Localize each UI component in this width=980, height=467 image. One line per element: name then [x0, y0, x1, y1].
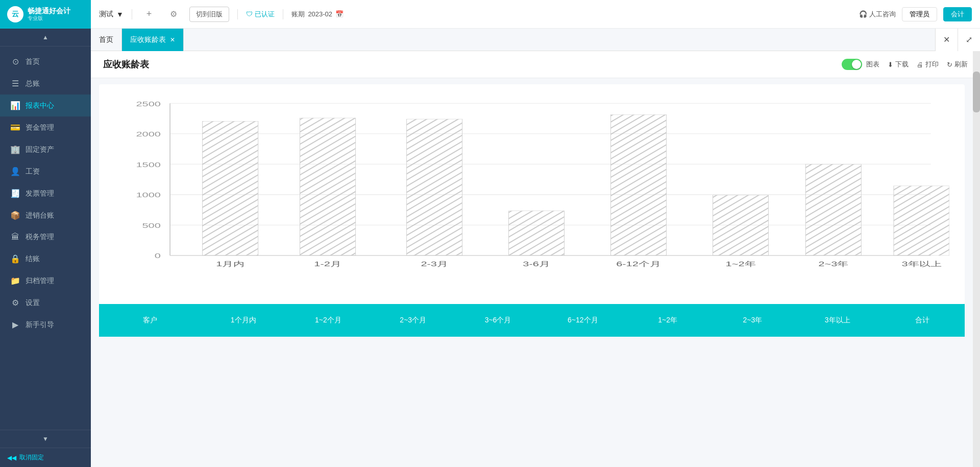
svg-rect-16: [611, 115, 667, 255]
col-3-6m: 3~6个月: [455, 316, 540, 325]
sidebar-item-reports[interactable]: 📊 报表中心: [0, 95, 91, 116]
tab-aging[interactable]: 应收账龄表 ✕: [122, 29, 184, 51]
toggle-switch[interactable]: [842, 59, 862, 70]
print-icon: 🖨: [917, 61, 923, 68]
bar-chart: 0 500 1000 1500 2000 2500: [114, 92, 949, 299]
sidebar-item-home-label: 首页: [26, 57, 40, 66]
sidebar-item-closing-label: 结账: [26, 254, 40, 264]
sidebar-item-home[interactable]: ⊙ 首页: [0, 51, 91, 73]
svg-rect-13: [300, 118, 356, 255]
download-btn[interactable]: ⬇ 下载: [888, 60, 909, 69]
svg-rect-19: [894, 186, 949, 255]
certified-badge: 🛡 已认证: [246, 10, 275, 19]
headset-icon: 🎧: [859, 10, 867, 18]
tab-home-label: 首页: [99, 35, 113, 44]
chart-toggle[interactable]: 图表: [842, 59, 879, 70]
refresh-btn[interactable]: ↻ 刷新: [947, 60, 968, 69]
home-icon: ⊙: [10, 57, 20, 66]
assets-icon: 🏢: [10, 145, 20, 154]
tab-close-btn[interactable]: ✕: [935, 29, 958, 51]
svg-text:6-12个月: 6-12个月: [616, 261, 661, 268]
payroll-icon: 👤: [10, 167, 20, 176]
download-label: 下载: [895, 60, 909, 69]
old-version-label: 切到旧版: [196, 10, 223, 19]
app-name: 畅捷通好会计: [28, 7, 70, 15]
main-area: 测试 ▼ + ⚙ 切到旧版 🛡 已认证 账期 2023-02 📅 🎧 人工咨询 …: [91, 0, 980, 467]
manager-btn[interactable]: 管理员: [902, 7, 937, 21]
sidebar-item-guide[interactable]: ▶ 新手引导: [0, 314, 91, 336]
svg-text:1-2月: 1-2月: [314, 261, 341, 268]
sidebar-item-funds-label: 资金管理: [26, 123, 54, 132]
tax-icon: 🏛: [10, 232, 20, 242]
app-name-block: 畅捷通好会计 专业版: [28, 7, 70, 22]
sidebar-item-payroll[interactable]: 👤 工资: [0, 160, 91, 182]
scrollbar-track[interactable]: [973, 51, 980, 467]
shield-icon: 🛡: [246, 10, 253, 18]
print-btn[interactable]: 🖨 打印: [917, 60, 939, 69]
tab-expand-btn[interactable]: ⤢: [958, 29, 980, 51]
bottom-spacer: [91, 337, 973, 347]
period-text: 账期: [291, 10, 305, 19]
topbar-divider-3: [283, 9, 283, 19]
app-logo-icon: 云: [7, 6, 23, 22]
tab-home[interactable]: 首页: [91, 29, 122, 51]
col-1m: 1个月内: [201, 316, 286, 325]
sidebar-item-assets[interactable]: 🏢 固定资产: [0, 138, 91, 160]
project-selector[interactable]: 测试 ▼: [99, 10, 124, 19]
sidebar-item-archive-label: 归档管理: [26, 276, 54, 286]
svg-text:3年以上: 3年以上: [901, 261, 941, 268]
topbar-right: 🎧 人工咨询 管理员 会计: [859, 7, 972, 21]
col-3y-plus: 3年以上: [795, 316, 880, 325]
sidebar-item-ledger[interactable]: ☰ 总账: [0, 73, 91, 95]
accountant-btn[interactable]: 会计: [943, 7, 972, 21]
sidebar-item-invoice-label: 发票管理: [26, 189, 54, 198]
settings-nav-icon: ⚙: [10, 298, 20, 308]
col-2-3m: 2~3个月: [371, 316, 455, 325]
service-btn[interactable]: 🎧 人工咨询: [859, 10, 896, 19]
manager-label: 管理员: [910, 10, 929, 18]
svg-text:1~2年: 1~2年: [726, 261, 756, 268]
svg-text:0: 0: [155, 252, 161, 260]
sidebar-logo: 云 畅捷通好会计 专业版: [0, 0, 91, 29]
dropdown-icon: ▼: [116, 10, 124, 18]
svg-rect-17: [713, 195, 768, 255]
sidebar-item-trade[interactable]: 📦 进销台账: [0, 204, 91, 226]
sidebar-item-settings[interactable]: ⚙ 设置: [0, 292, 91, 314]
sidebar-item-archive[interactable]: 📁 归档管理: [0, 270, 91, 292]
svg-text:1月内: 1月内: [216, 261, 244, 268]
svg-text:2~3年: 2~3年: [818, 261, 848, 268]
add-company-btn[interactable]: +: [140, 6, 158, 22]
cancel-fixed-btn[interactable]: ◀◀ 取消固定: [0, 448, 91, 467]
col-2-3y: 2~3年: [710, 316, 795, 325]
pin-icon: ◀◀: [7, 454, 16, 461]
chart-card: 0 500 1000 1500 2000 2500: [99, 84, 965, 304]
svg-text:2500: 2500: [136, 100, 161, 107]
sidebar-nav: ⊙ 首页 ☰ 总账 📊 报表中心 💳 资金管理 🏢 固定资产 👤 工资 🧾 发票…: [0, 46, 91, 430]
sidebar-item-funds[interactable]: 💳 资金管理: [0, 116, 91, 138]
closing-icon: 🔒: [10, 254, 20, 264]
project-name: 测试: [99, 10, 113, 19]
old-version-btn[interactable]: 切到旧版: [189, 7, 229, 22]
svg-rect-18: [805, 164, 861, 255]
ledger-icon: ☰: [10, 79, 20, 88]
tab-close-icon[interactable]: ✕: [170, 36, 175, 43]
period-value: 2023-02: [308, 10, 332, 18]
svg-rect-15: [509, 211, 565, 255]
sidebar-item-closing[interactable]: 🔒 结账: [0, 248, 91, 270]
sidebar-item-assets-label: 固定资产: [26, 145, 54, 154]
tabbar: 首页 应收账龄表 ✕ ✕ ⤢: [91, 29, 980, 51]
topbar-divider-2: [237, 9, 238, 19]
chart-toggle-label: 图表: [866, 60, 879, 69]
scroll-content[interactable]: 0 500 1000 1500 2000 2500: [91, 78, 980, 467]
sidebar-item-tax[interactable]: 🏛 税务管理: [0, 226, 91, 248]
sidebar-item-invoice[interactable]: 🧾 发票管理: [0, 182, 91, 204]
svg-text:1500: 1500: [136, 161, 161, 168]
print-label: 打印: [925, 60, 939, 69]
settings-btn[interactable]: ⚙: [164, 7, 183, 21]
scroll-down-btn[interactable]: ▼: [42, 432, 48, 446]
scroll-up-btn[interactable]: ▲: [42, 31, 48, 44]
period-selector[interactable]: 账期 2023-02 📅: [291, 10, 344, 19]
scrollbar-thumb[interactable]: [973, 72, 980, 112]
sidebar-item-trade-label: 进销台账: [26, 211, 54, 220]
calendar-icon: 📅: [335, 10, 344, 18]
